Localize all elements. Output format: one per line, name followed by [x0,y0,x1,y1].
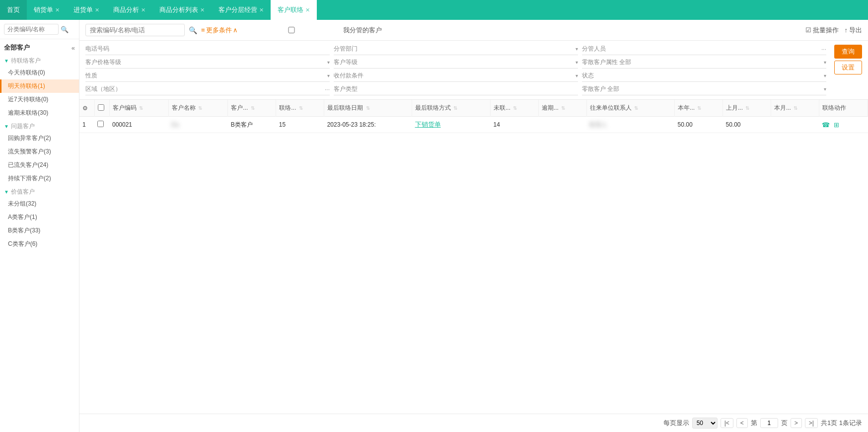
row-contacts: 联系人 [586,117,674,133]
export-btn[interactable]: ↑ 导出 [845,26,863,35]
search-icon[interactable]: 🔍 [189,26,197,34]
row-this-year: 50.00 [675,117,723,133]
filter-person[interactable]: 分管人员 ··· [582,45,826,55]
col-overdue: 逾期... ⇅ [538,100,586,117]
filter-person-dots: ··· [821,46,826,53]
next-page-btn[interactable]: > [791,418,802,428]
filter-payment[interactable]: 收付款条件 ▾ [334,72,578,82]
sidebar-item-未分组(32)[interactable]: 未分组(32) [0,197,79,211]
row-customer-code: 000021 [109,117,168,133]
action-grid-icon[interactable]: ⊞ [834,121,839,129]
action-phone-icon[interactable]: ☎ [822,121,830,129]
nav-item-商品分析列表[interactable]: 商品分析列表 ✕ [152,0,212,20]
batch-btn[interactable]: ☑ 批量操作 [805,26,839,35]
filter-retail-label: 零散客户 全部 [582,85,619,93]
sidebar-item-今天待联络(0)[interactable]: 今天待联络(0) [0,66,79,79]
prev-page-btn[interactable]: < [736,418,748,428]
sidebar-item-持续下滑客户(2)[interactable]: 持续下滑客户(2) [0,172,79,185]
filter-status[interactable]: 状态 ▾ [582,72,826,82]
row-checkbox[interactable] [94,117,109,133]
filter-retail-attr[interactable]: 零散客户属性 全部 ▾ [582,58,826,69]
sidebar-search-input[interactable] [4,24,59,35]
filter-nature[interactable]: 性质 ▾ [85,72,330,82]
nav-item-进货单[interactable]: 进货单 ✕ [67,0,106,20]
filter-nature-label: 性质 [85,72,97,80]
settings-button[interactable]: 设置 [834,61,862,74]
col-customer-type: 客户... ⇅ [228,100,276,117]
nav-item-销货单[interactable]: 销货单 ✕ [27,0,67,20]
sidebar-item-回购异常客户(2)[interactable]: 回购异常客户(2) [0,132,79,145]
sidebar-collapse-icon[interactable]: « [72,44,75,52]
group-triangle-icon: ▼ [4,58,9,64]
filter-more-btn[interactable]: ≡ 更多条件 ∧ [201,26,238,35]
customer-table: ⚙ 客户编码 ⇅ 客户名称 ⇅ 客户... ⇅ 联络... ⇅ 最后联络日期 ⇅… [79,100,868,133]
sidebar-all-customers[interactable]: 全部客户 « [0,39,79,54]
nav-item-首页[interactable]: 首页 [0,0,27,20]
nav-close-icon[interactable]: ✕ [55,7,60,13]
filter-phone-label: 电话号码 [85,45,109,53]
sidebar-item-流失预警客户(3)[interactable]: 流失预警客户(3) [0,145,79,158]
col-actions: 联络动作 [819,100,868,117]
first-page-btn[interactable]: |< [721,418,733,428]
search-bar: 🔍 ≡ 更多条件 ∧ 我分管的客户 ☑ 批量操作 ↑ 导出 [79,20,868,41]
query-button[interactable]: 查询 [834,45,862,59]
per-page-label: 每页显示 [663,419,689,428]
sidebar-item-逾期未联络(30)[interactable]: 逾期未联络(30) [0,106,79,120]
filter-customer-level-arrow: ▾ [576,60,578,65]
search-input[interactable] [85,24,185,36]
nav-close-icon[interactable]: ✕ [95,7,99,13]
table-footer: 每页显示 50 100 200 |< < 第 页 > >| 共1页 1条记录 [79,414,868,432]
sidebar-item-B类客户(33)[interactable]: B类客户(33) [0,224,79,237]
filter-dept[interactable]: 分管部门 ▾ [334,45,578,55]
per-page-select[interactable]: 50 100 200 [692,418,718,429]
top-nav: 首页销货单 ✕进货单 ✕商品分析 ✕商品分析列表 ✕客户分层经营 ✕客户联络 ✕ [0,0,868,20]
export-icon: ↑ [845,26,848,34]
page-suffix: 页 [781,419,788,428]
filter-row-1: 电话号码 分管部门 ▾ 分管人员 ··· [85,45,826,55]
sidebar-item-C类客户(6)[interactable]: C类客户(6) [0,237,79,251]
filter-price-level-label: 客户价格等级 [85,58,121,67]
filter-retail[interactable]: 零散客户 全部 ▾ [582,85,826,95]
filter-region-dots: ··· [325,86,330,93]
col-settings[interactable]: ⚙ [79,100,94,117]
sidebar-item-A类客户(1)[interactable]: A类客户(1) [0,211,79,224]
sidebar-item-已流失客户(24)[interactable]: 已流失客户(24) [0,158,79,172]
filter-status-arrow: ▾ [824,73,826,78]
last-page-btn[interactable]: >| [805,418,818,428]
filter-icon: ≡ [201,26,205,34]
col-unlocked: 未联... ⇅ [491,100,539,117]
filter-payment-arrow: ▾ [576,73,578,78]
filter-panel: 电话号码 分管部门 ▾ 分管人员 ··· [79,41,868,100]
sidebar-item-近7天待联络(0)[interactable]: 近7天待联络(0) [0,93,79,106]
filter-retail-arrow: ▾ [824,86,826,92]
col-checkbox[interactable] [94,100,109,117]
nav-close-icon[interactable]: ✕ [200,7,205,13]
filter-price-level-arrow: ▾ [327,60,330,65]
filter-price-level[interactable]: 客户价格等级 ▾ [85,58,330,69]
row-action-btns: ☎ ⊞ [819,117,868,133]
nav-close-icon[interactable]: ✕ [305,7,310,13]
col-last-contact-method: 最后联络方式 ⇅ [412,100,491,117]
nav-close-icon[interactable]: ✕ [259,7,264,13]
col-contact-count: 联络... ⇅ [276,100,324,117]
filter-customer-level[interactable]: 客户等级 ▾ [334,58,578,69]
row-this-month [771,117,819,133]
sidebar-search-icon[interactable]: 🔍 [61,26,69,33]
nav-close-icon[interactable]: ✕ [141,7,145,13]
filter-region[interactable]: 区域（地区） ··· [85,85,330,95]
table-header: ⚙ 客户编码 ⇅ 客户名称 ⇅ 客户... ⇅ 联络... ⇅ 最后联络日期 ⇅… [79,100,868,117]
my-customers-checkbox-label[interactable]: 我分管的客户 [242,26,382,35]
row-customer-type: B类客户 [228,117,276,133]
filter-actions: 查询 设置 [834,45,862,95]
filter-arrow-icon: ∧ [233,26,238,34]
nav-item-商品分析[interactable]: 商品分析 ✕ [106,0,152,20]
filter-phone: 电话号码 [85,45,330,55]
nav-item-客户联络[interactable]: 客户联络 ✕ [271,0,317,20]
filter-region-label: 区域（地区） [85,85,121,93]
filter-customer-level-label: 客户等级 [334,58,358,67]
nav-item-客户分层经营[interactable]: 客户分层经营 ✕ [212,0,271,20]
page-input[interactable] [760,418,778,428]
sidebar-item-明天待联络(1)[interactable]: 明天待联络(1) [0,79,79,93]
row-last-contact-method[interactable]: 下销货单 [412,117,491,133]
my-customers-checkbox[interactable] [242,27,341,33]
